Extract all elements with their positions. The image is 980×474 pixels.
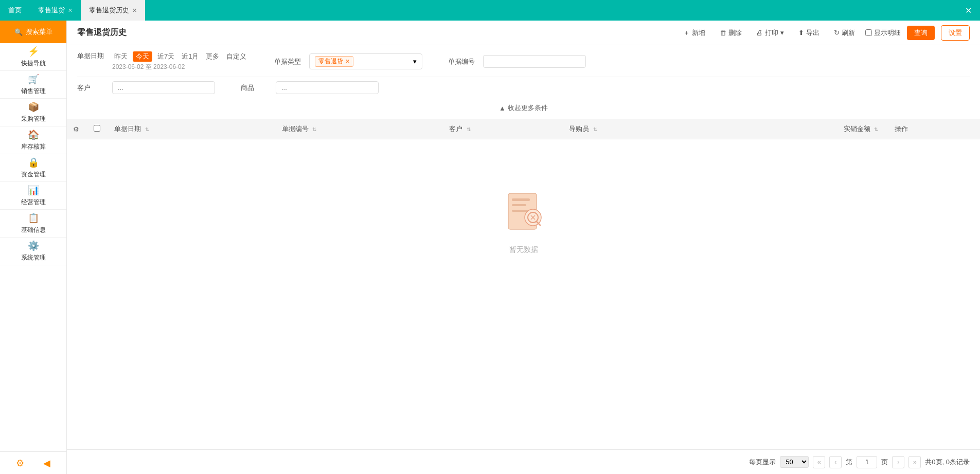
- date-filter-group: 单据日期 昨天 今天 近7天 近1月 更多 自定义 2023-06-02 至 2…: [77, 51, 248, 71]
- display-toggle[interactable]: 显示明细: [865, 28, 901, 38]
- sidebar-item-finance[interactable]: 🔒 资金管理: [0, 154, 66, 182]
- goods-input[interactable]: [276, 81, 379, 94]
- add-button[interactable]: ＋ 新增: [679, 26, 709, 40]
- purchase-icon: 📦: [28, 101, 39, 113]
- sidebar-collapse-button[interactable]: ◀: [43, 458, 50, 469]
- svg-rect-2: [512, 204, 526, 206]
- filter-area: 单据日期 昨天 今天 近7天 近1月 更多 自定义 2023-06-02 至 2…: [67, 45, 980, 119]
- close-tab-retail-return[interactable]: ✕: [68, 7, 73, 14]
- date-yesterday[interactable]: 昨天: [112, 51, 130, 62]
- sales-icon: 🛒: [28, 74, 39, 85]
- type-tag-close[interactable]: ✕: [345, 58, 350, 65]
- empty-state: 暂无数据: [73, 144, 974, 296]
- col-date-sort: ⇅: [145, 126, 149, 132]
- number-input[interactable]: [483, 55, 586, 68]
- col-amount[interactable]: 实销金额 ⇅: [706, 119, 888, 139]
- print-dropdown-icon: ▾: [780, 29, 784, 37]
- sidebar-item-basic-info[interactable]: 📋 基础信息: [0, 210, 66, 238]
- page-size-label: 每页显示: [749, 458, 776, 467]
- inventory-icon: 🏠: [28, 129, 39, 140]
- sidebar-item-system[interactable]: ⚙️ 系统管理: [0, 238, 66, 265]
- col-guide-label: 导购员: [569, 125, 589, 133]
- first-page-icon: «: [817, 459, 821, 466]
- table-header: ⚙ 单据日期 ⇅ 单据编号 ⇅ 客户: [67, 119, 980, 139]
- tab-retail-return-history[interactable]: 零售退货历史 ✕: [81, 0, 145, 21]
- header-actions: ＋ 新增 🗑 删除 🖨 打印 ▾ ⬆ 导出 ↻ 刷新: [679, 25, 970, 41]
- filter-divider: [77, 77, 970, 77]
- table-header-row: ⚙ 单据日期 ⇅ 单据编号 ⇅ 客户: [67, 119, 980, 139]
- select-all-checkbox[interactable]: [94, 125, 100, 132]
- page-size-select[interactable]: 50 10 20 100: [780, 456, 809, 468]
- date-more[interactable]: 更多: [204, 51, 221, 62]
- col-checkbox[interactable]: [87, 119, 108, 139]
- sidebar-settings-button[interactable]: ⚙: [16, 458, 24, 469]
- tab-retail-return[interactable]: 零售退货 ✕: [30, 0, 81, 21]
- content-area: 零售退货历史 ＋ 新增 🗑 删除 🖨 打印 ▾ ⬆ 导出: [67, 21, 980, 474]
- operations-icon: 📊: [28, 185, 39, 196]
- col-action: 操作: [888, 119, 980, 139]
- col-amount-label: 实销金额: [844, 125, 870, 133]
- date-custom[interactable]: 自定义: [224, 51, 248, 62]
- settings-button[interactable]: 设置: [941, 25, 970, 41]
- col-date[interactable]: 单据日期 ⇅: [108, 119, 276, 139]
- col-guide[interactable]: 导购员 ⇅: [563, 119, 706, 139]
- display-checkbox[interactable]: [865, 29, 872, 36]
- total-info: 共0页, 0条记录: [925, 458, 970, 467]
- collapse-icon: ▲: [499, 104, 506, 112]
- print-icon: 🖨: [756, 29, 763, 37]
- first-page-button[interactable]: «: [813, 456, 825, 468]
- type-select[interactable]: 零售退货 ✕ ▾: [309, 53, 422, 69]
- sidebar-item-quick-nav[interactable]: ⚡ 快捷导航: [0, 43, 66, 71]
- print-button[interactable]: 🖨 打印 ▾: [752, 26, 788, 40]
- empty-icon: [498, 186, 549, 237]
- date-1month[interactable]: 近1月: [180, 51, 201, 62]
- filter-collapse-wrapper: ▲ 收起更多条件: [77, 99, 970, 113]
- type-label: 单据类型: [274, 57, 305, 66]
- col-number-label: 单据编号: [282, 125, 309, 133]
- search-icon: 🔍: [14, 28, 23, 36]
- sidebar-item-sales[interactable]: 🛒 销售管理: [0, 71, 66, 99]
- empty-state-cell: 暂无数据: [67, 139, 980, 301]
- query-button[interactable]: 查询: [907, 26, 935, 40]
- delete-icon: 🗑: [720, 29, 726, 37]
- refresh-button[interactable]: ↻ 刷新: [830, 26, 859, 40]
- prev-page-icon: ‹: [834, 459, 836, 466]
- col-customer[interactable]: 客户 ⇅: [443, 119, 563, 139]
- export-button[interactable]: ⬆ 导出: [794, 26, 824, 40]
- collapse-button[interactable]: ▲ 收起更多条件: [499, 103, 548, 113]
- type-tag: 零售退货 ✕: [315, 56, 353, 67]
- next-page-button[interactable]: ›: [892, 456, 904, 468]
- sidebar: 🔍 搜索菜单 ⚡ 快捷导航 🛒 销售管理 📦 采购管理 🏠 库存核算 🔒 资金管…: [0, 21, 67, 474]
- prev-page-button[interactable]: ‹: [829, 456, 842, 468]
- refresh-icon: ↻: [834, 29, 840, 37]
- col-customer-sort: ⇅: [467, 126, 471, 132]
- last-page-button[interactable]: »: [908, 456, 921, 468]
- sidebar-item-operations[interactable]: 📊 经营管理: [0, 182, 66, 210]
- delete-button[interactable]: 🗑 删除: [716, 26, 746, 40]
- tab-home[interactable]: 首页: [0, 0, 30, 21]
- date-shortcuts: 昨天 今天 近7天 近1月 更多 自定义: [112, 51, 248, 62]
- date-today[interactable]: 今天: [133, 51, 152, 62]
- col-action-label: 操作: [895, 125, 908, 133]
- date-7days[interactable]: 近7天: [155, 51, 176, 62]
- top-nav: 首页 零售退货 ✕ 零售退货历史 ✕ ✕: [0, 0, 980, 21]
- col-number[interactable]: 单据编号 ⇅: [276, 119, 443, 139]
- filter-row-2: 客户 商品: [77, 81, 970, 94]
- customer-label: 客户: [77, 83, 108, 93]
- page-unit-label: 页: [881, 458, 888, 467]
- table-area: ⚙ 单据日期 ⇅ 单据编号 ⇅ 客户: [67, 119, 980, 449]
- page-input[interactable]: [857, 456, 877, 468]
- col-customer-label: 客户: [449, 125, 462, 133]
- sidebar-item-purchase[interactable]: 📦 采购管理: [0, 99, 66, 126]
- filter-row-1: 单据日期 昨天 今天 近7天 近1月 更多 自定义 2023-06-02 至 2…: [77, 51, 970, 71]
- close-tab-retail-return-history[interactable]: ✕: [132, 7, 137, 14]
- col-settings[interactable]: ⚙: [67, 119, 87, 139]
- number-filter-group: 单据编号: [448, 55, 586, 68]
- sidebar-item-inventory[interactable]: 🏠 库存核算: [0, 126, 66, 154]
- date-range-display: 2023-06-02 至 2023-06-02: [112, 63, 248, 71]
- type-filter-group: 单据类型 零售退货 ✕ ▾: [274, 53, 422, 69]
- customer-input[interactable]: [112, 81, 215, 94]
- close-window-button[interactable]: ✕: [965, 6, 972, 15]
- sidebar-search[interactable]: 🔍 搜索菜单: [0, 21, 66, 43]
- empty-text: 暂无数据: [509, 245, 538, 254]
